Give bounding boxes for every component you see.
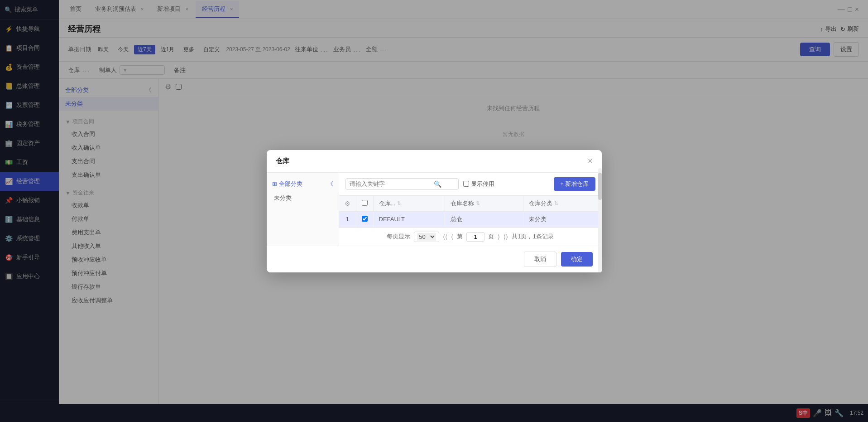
modal-left-toggle[interactable]: 《 <box>327 180 333 188</box>
row-checkbox-cell[interactable] <box>356 211 373 227</box>
col-settings: ⚙ <box>339 196 356 212</box>
modal-grid-icon: ⊞ <box>272 180 277 187</box>
modal-uncategorized-item[interactable]: 未分类 <box>267 191 339 205</box>
table-row[interactable]: 1 DEFAULT 总仓 未分 <box>339 211 602 227</box>
modal-left-header[interactable]: ⊞ 全部分类 《 <box>267 177 339 191</box>
modal-close-btn[interactable]: × <box>588 156 593 166</box>
modal-page-size-select-wrap[interactable]: 50 100 <box>414 232 439 242</box>
modal-total: 共1页，1条记录 <box>512 233 553 241</box>
confirm-button[interactable]: 确定 <box>561 252 593 267</box>
show-disabled-label[interactable]: 显示停用 <box>463 180 494 188</box>
modal-footer-actions: 取消 确定 <box>267 246 602 272</box>
modal-next-btn[interactable]: ⟩ <box>498 233 500 240</box>
warehouse-modal: 仓库 × ⊞ 全部分类 《 未分类 <box>267 150 602 272</box>
row-checkbox[interactable] <box>362 216 368 222</box>
modal-page-num-input[interactable] <box>466 232 484 242</box>
col-code[interactable]: 仓库... ⇅ <box>373 196 445 212</box>
modal-page-label: 第 <box>457 233 463 241</box>
sort-name-icon: ⇅ <box>476 200 480 206</box>
modal-title: 仓库 <box>276 157 289 165</box>
modal-search-icon: 🔍 <box>434 180 441 188</box>
modal-table-body: 1 DEFAULT 总仓 未分 <box>339 211 602 227</box>
table-select-all[interactable] <box>362 200 368 206</box>
modal-table: ⚙ 仓库... ⇅ <box>339 196 602 228</box>
modal-table-head: ⚙ 仓库... ⇅ <box>339 196 602 212</box>
col-name[interactable]: 仓库名称 ⇅ <box>445 196 523 212</box>
show-disabled-checkbox[interactable] <box>463 181 469 187</box>
add-warehouse-btn[interactable]: + 新增仓库 <box>554 177 595 191</box>
col-checkbox <box>356 196 373 212</box>
modal-page-size-label: 每页显示 <box>387 233 410 241</box>
sort-category-icon: ⇅ <box>554 200 558 206</box>
modal-last-btn[interactable]: ⟩⟩ <box>504 233 508 240</box>
cancel-button[interactable]: 取消 <box>524 252 556 267</box>
modal-pagination: 每页显示 50 100 ⟨⟨ ⟨ 第 页 ⟩ ⟩⟩ 共1页，1条记录 <box>339 228 602 246</box>
modal-page-end: 页 <box>488 233 494 241</box>
modal-search-input[interactable] <box>350 180 431 187</box>
row-code: DEFAULT <box>373 211 445 227</box>
modal-page-size-select[interactable]: 50 100 <box>417 233 436 241</box>
modal-prev-btn[interactable]: ⟨ <box>451 233 453 240</box>
modal-search-box[interactable]: 🔍 <box>345 178 459 190</box>
modal-toolbar: 🔍 显示停用 + 新增仓库 <box>339 173 602 196</box>
row-category: 未分类 <box>523 211 601 227</box>
modal-body: ⊞ 全部分类 《 未分类 🔍 <box>267 173 602 246</box>
col-category[interactable]: 仓库分类 ⇅ <box>523 196 601 212</box>
row-num: 1 <box>339 211 356 227</box>
modal-header: 仓库 × <box>267 150 602 173</box>
row-name: 总仓 <box>445 211 523 227</box>
modal-table-wrap: ⚙ 仓库... ⇅ <box>339 196 602 228</box>
modal-left-title: 全部分类 <box>279 180 302 188</box>
modal-main: 🔍 显示停用 + 新增仓库 ⚙ <box>339 173 602 246</box>
modal-first-btn[interactable]: ⟨⟨ <box>443 233 447 240</box>
modal-left-panel: ⊞ 全部分类 《 未分类 <box>267 173 339 246</box>
sort-code-icon: ⇅ <box>397 200 401 206</box>
